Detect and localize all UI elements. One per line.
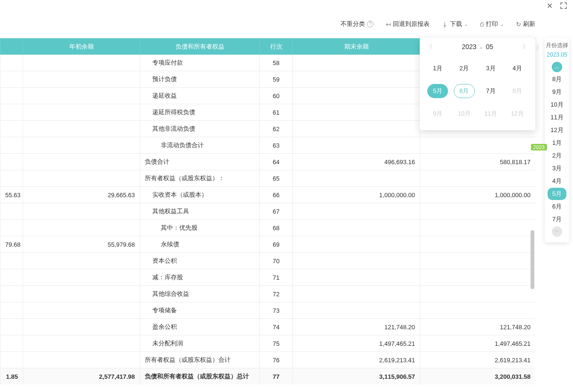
table-cell xyxy=(0,121,23,137)
table-row[interactable]: 减：库存股71 xyxy=(0,269,536,286)
month-strip-title: 月份选择 xyxy=(545,41,569,50)
download-button[interactable]: ⭳ 下载 ⌄ xyxy=(442,20,468,28)
strip-month-item[interactable]: 12月 xyxy=(548,124,566,136)
table-cell: 59 xyxy=(260,71,293,88)
table-row[interactable]: 非流动负债合计63 xyxy=(0,137,536,154)
picker-title[interactable]: 2023 ⌄ 05 xyxy=(462,43,493,50)
refresh-label: 刷新 xyxy=(523,20,535,28)
table-cell: 1,497,465.21 xyxy=(293,335,420,352)
month-option[interactable]: 3月 xyxy=(481,61,501,75)
table-cell: 非流动负债合计 xyxy=(140,137,260,154)
table-cell xyxy=(293,253,420,269)
month-option[interactable]: 6月 xyxy=(454,84,474,98)
strip-month-item[interactable]: 11月 xyxy=(548,111,566,124)
table-cell: 负债合计 xyxy=(140,154,260,170)
table-row[interactable]: 未分配利润751,497,465.211,497,465.21 xyxy=(0,335,536,352)
dont-reclassify-label: 不重分类 xyxy=(340,20,365,28)
month-strip-up[interactable]: ︿ xyxy=(552,62,562,72)
table-row[interactable]: 其他综合收益72 xyxy=(0,286,536,302)
table-cell: 76 xyxy=(260,352,293,368)
table-cell: 其他综合收益 xyxy=(140,286,260,302)
table-cell xyxy=(420,236,536,253)
table-row[interactable]: 55.6329,665.63实收资本（或股本）661,000,000.001,0… xyxy=(0,187,536,203)
table-cell xyxy=(420,220,536,236)
table-row[interactable]: 盈余公积74121,748.20121,748.20 xyxy=(0,319,536,335)
collapse-right-icon[interactable]: 〉 xyxy=(536,44,542,52)
table-row[interactable]: 所有者权益（或股东权益）：65 xyxy=(0,170,536,187)
refresh-button[interactable]: ↻ 刷新 xyxy=(516,20,535,28)
table-cell: 67 xyxy=(260,203,293,220)
fullscreen-icon[interactable] xyxy=(559,1,568,10)
help-icon[interactable]: ? xyxy=(367,21,374,27)
strip-month-item[interactable]: 7月 xyxy=(548,213,566,225)
close-icon[interactable]: ✕ xyxy=(545,1,554,10)
table-cell xyxy=(23,319,140,335)
table-cell: 实收资本（或股本） xyxy=(140,187,260,203)
table-row[interactable]: 1.852,577,417.98负债和所有者权益（或股东权益）总计773,115… xyxy=(0,368,536,385)
month-option[interactable]: 5月 xyxy=(427,84,448,98)
table-cell xyxy=(293,104,420,121)
table-cell xyxy=(23,104,140,121)
strip-month-item[interactable]: 4月 xyxy=(548,175,566,187)
table-cell xyxy=(0,269,23,286)
picker-next[interactable]: 〉 xyxy=(523,42,529,51)
print-label: 打印 xyxy=(486,20,498,28)
table-cell xyxy=(23,335,140,352)
picker-prev[interactable]: 〈 xyxy=(426,42,432,51)
table-cell xyxy=(23,302,140,319)
table-cell xyxy=(0,104,23,121)
year-tag: 2023 xyxy=(531,144,547,150)
table-cell xyxy=(23,121,140,137)
print-icon: ⎙ xyxy=(480,21,484,28)
table-cell xyxy=(23,55,140,71)
table-row[interactable]: 所有者权益（或股东权益）合计762,619,213.412,619,213.41 xyxy=(0,352,536,368)
table-cell xyxy=(23,253,140,269)
return-original-button[interactable]: ↤ 回退到原报表 xyxy=(386,20,430,28)
strip-month-item[interactable]: 8月 xyxy=(548,73,566,85)
table-cell xyxy=(23,170,140,187)
print-button[interactable]: ⎙ 打印 ⌄ xyxy=(480,20,504,28)
month-option[interactable]: 2月 xyxy=(454,61,474,75)
table-cell: 1,497,465.21 xyxy=(420,335,536,352)
table-cell: 减：库存股 xyxy=(140,269,260,286)
table-cell xyxy=(0,170,23,187)
table-row[interactable]: 负债合计64496,693.16580,818.17 xyxy=(0,154,536,170)
strip-month-item[interactable]: 3月 xyxy=(548,162,566,175)
table-row[interactable]: 其中：优先股68 xyxy=(0,220,536,236)
strip-month-item[interactable]: 6月 xyxy=(548,200,566,213)
table-cell xyxy=(23,352,140,368)
back-icon: ↤ xyxy=(386,21,391,28)
strip-month-item[interactable]: 1月 xyxy=(548,137,566,149)
table-cell: 永续债 xyxy=(140,236,260,253)
dont-reclassify-toggle[interactable]: 不重分类 ? xyxy=(340,20,374,28)
download-label: 下载 xyxy=(450,20,462,28)
strip-month-item[interactable]: 9月 xyxy=(548,86,566,98)
strip-month-item[interactable]: 2月 xyxy=(548,150,566,162)
table-cell: 74 xyxy=(260,319,293,335)
strip-month-item[interactable]: 5月 xyxy=(548,188,566,200)
table-row[interactable]: 专项储备73 xyxy=(0,302,536,319)
month-strip-down[interactable]: ﹀ xyxy=(552,226,562,237)
table-cell xyxy=(293,286,420,302)
month-option[interactable]: 4月 xyxy=(507,61,528,75)
table-cell xyxy=(293,121,420,137)
table-cell xyxy=(0,319,23,335)
table-cell xyxy=(23,286,140,302)
table-cell xyxy=(420,137,536,154)
month-option: 9月 xyxy=(427,107,448,121)
strip-month-item[interactable]: 10月 xyxy=(548,99,566,111)
table-cell: 580,818.17 xyxy=(420,154,536,170)
table-cell: 496,693.16 xyxy=(293,154,420,170)
table-cell: 66 xyxy=(260,187,293,203)
table-cell: 121,748.20 xyxy=(293,319,420,335)
vertical-scrollbar-thumb[interactable] xyxy=(531,230,534,289)
table-cell: 58 xyxy=(260,55,293,71)
table-row[interactable]: 其他权益工具67 xyxy=(0,203,536,220)
table-cell: 29,665.63 xyxy=(23,187,140,203)
table-row[interactable]: 79.6855,979.68永续债69 xyxy=(0,236,536,253)
table-cell: 专项应付款 xyxy=(140,55,260,71)
table-row[interactable]: 资本公积70 xyxy=(0,253,536,269)
month-option[interactable]: 7月 xyxy=(481,84,501,98)
table-cell xyxy=(293,203,420,220)
month-option[interactable]: 1月 xyxy=(427,61,448,75)
